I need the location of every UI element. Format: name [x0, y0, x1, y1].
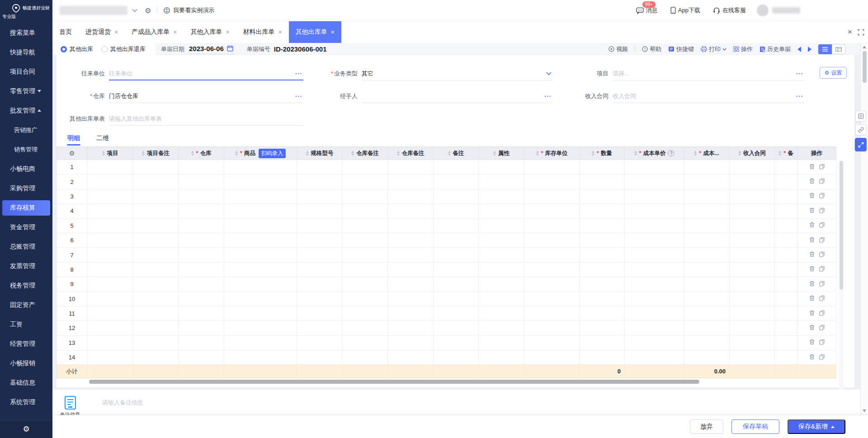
table-cell[interactable] — [730, 160, 775, 174]
scroll-up-arrow[interactable] — [863, 46, 866, 48]
table-cell[interactable] — [524, 160, 580, 174]
table-cell[interactable] — [87, 174, 133, 189]
table-cell[interactable] — [775, 174, 797, 189]
table-cell[interactable] — [479, 248, 524, 262]
table-cell[interactable] — [297, 292, 343, 306]
table-cell[interactable] — [625, 335, 684, 350]
page-scrollbar-thumb[interactable] — [863, 51, 867, 83]
trash-icon[interactable] — [809, 339, 815, 345]
table-cell[interactable] — [87, 321, 133, 335]
copy-row-icon[interactable] — [819, 310, 825, 316]
sort-icon[interactable] — [102, 151, 105, 155]
table-cell[interactable] — [343, 204, 388, 218]
table-cell[interactable] — [179, 306, 224, 320]
table-cell[interactable] — [524, 174, 580, 189]
table-cell[interactable] — [775, 321, 797, 335]
table-cell[interactable] — [297, 204, 343, 218]
sidebar-item[interactable]: 销售管理 — [0, 140, 52, 159]
support-button[interactable]: 在线客服 — [713, 6, 746, 14]
table-cell[interactable] — [730, 306, 775, 320]
table-cell[interactable] — [343, 335, 388, 350]
table-cell[interactable] — [388, 306, 434, 320]
gear-icon[interactable]: ⚙ — [145, 6, 151, 15]
table-cell[interactable] — [343, 233, 388, 247]
table-cell[interactable] — [580, 292, 625, 306]
table-cell[interactable] — [625, 306, 684, 320]
table-cell[interactable] — [297, 189, 343, 203]
table-cell[interactable] — [684, 248, 730, 262]
copy-row-icon[interactable] — [819, 237, 825, 243]
sidebar-item[interactable]: 资金管理 — [0, 217, 52, 237]
close-icon[interactable]: × — [278, 29, 282, 35]
demo-link[interactable]: 我要看实例演示 — [163, 6, 214, 14]
table-cell[interactable] — [775, 306, 797, 320]
table-cell[interactable] — [133, 350, 179, 365]
table-cell[interactable] — [580, 189, 625, 203]
table-cell[interactable] — [87, 189, 133, 203]
table-cell[interactable] — [343, 174, 388, 189]
table-cell[interactable] — [179, 233, 224, 247]
table-cell[interactable] — [524, 248, 580, 262]
col-cost[interactable]: *成本... — [684, 147, 730, 160]
trash-icon[interactable] — [809, 222, 815, 228]
tab-2d[interactable]: 二维 — [96, 130, 109, 146]
table-cell[interactable] — [224, 292, 297, 306]
table-cell[interactable] — [684, 204, 730, 218]
table-cell[interactable] — [775, 277, 797, 292]
table-cell[interactable] — [224, 204, 297, 218]
table-cell[interactable] — [684, 189, 730, 203]
horizontal-scrollbar-thumb[interactable] — [89, 380, 699, 384]
table-cell[interactable] — [179, 262, 224, 277]
table-cell[interactable] — [730, 262, 775, 277]
document-tab[interactable]: 进货退货 × — [79, 21, 125, 43]
sort-icon[interactable] — [306, 151, 309, 155]
gear-icon[interactable]: ⚙ — [69, 150, 75, 157]
copy-row-icon[interactable] — [819, 222, 825, 228]
other-form-input[interactable] — [109, 115, 303, 122]
table-cell[interactable] — [133, 174, 179, 189]
copy-row-icon[interactable] — [819, 281, 825, 287]
col-warehouse-note-2[interactable]: 仓库备注 — [388, 147, 434, 160]
table-cell[interactable] — [87, 160, 133, 174]
table-cell[interactable] — [297, 262, 343, 277]
table-cell[interactable] — [434, 321, 479, 335]
table-cell[interactable] — [133, 160, 179, 174]
col-warehouse-note-1[interactable]: 仓库备注 — [343, 147, 388, 160]
document-tab[interactable]: 材料出库单 × — [236, 21, 289, 43]
table-cell[interactable] — [730, 321, 775, 335]
col-note-2[interactable]: *备 — [775, 147, 797, 160]
table-cell[interactable] — [580, 321, 625, 335]
page-scrollbar[interactable] — [860, 43, 868, 415]
col-income-contract[interactable]: 收入合同 — [730, 147, 775, 160]
close-icon[interactable]: × — [331, 29, 335, 35]
table-cell[interactable] — [224, 174, 297, 189]
table-cell[interactable] — [684, 218, 730, 233]
income-contract-input[interactable] — [613, 93, 793, 99]
table-cell[interactable] — [524, 306, 580, 320]
trash-icon[interactable] — [809, 354, 815, 360]
close-icon[interactable]: × — [173, 29, 177, 35]
sort-icon[interactable] — [536, 151, 539, 155]
fullscreen-icon[interactable] — [858, 29, 864, 36]
table-cell[interactable] — [133, 189, 179, 203]
clipboard-tool-button[interactable] — [855, 111, 866, 122]
table-cell[interactable] — [775, 335, 797, 350]
table-cell[interactable] — [297, 174, 343, 189]
table-cell[interactable] — [684, 233, 730, 247]
table-cell[interactable] — [434, 204, 479, 218]
table-cell[interactable] — [388, 248, 434, 262]
table-cell[interactable] — [388, 277, 434, 292]
table-cell[interactable] — [684, 335, 730, 350]
table-cell[interactable] — [730, 292, 775, 306]
table-cell[interactable] — [297, 218, 343, 233]
company-selector[interactable] — [60, 6, 127, 15]
video-button[interactable]: 视频 — [609, 45, 628, 53]
sort-icon[interactable] — [778, 151, 781, 155]
copy-row-icon[interactable] — [819, 325, 825, 330]
print-button[interactable]: 打印 — [701, 45, 726, 53]
table-cell[interactable] — [179, 335, 224, 350]
trash-icon[interactable] — [809, 281, 815, 287]
copy-row-icon[interactable] — [819, 193, 825, 198]
trash-icon[interactable] — [809, 178, 815, 184]
sidebar-item[interactable]: 快捷导航 — [0, 42, 52, 62]
